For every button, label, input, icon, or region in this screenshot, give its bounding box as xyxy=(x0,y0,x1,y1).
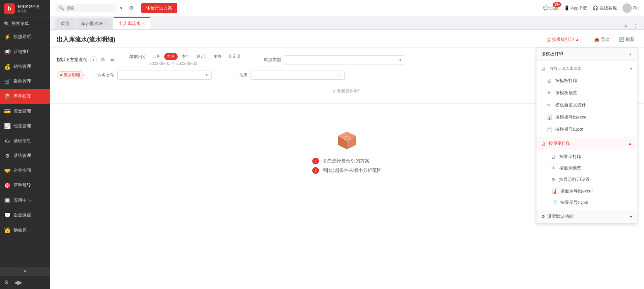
date-tab-this-year[interactable]: 本年 xyxy=(179,53,193,60)
export-button[interactable]: 📤 导出 xyxy=(591,35,612,44)
basic-icon: 🗂 xyxy=(4,137,11,144)
topbar-settings-icon[interactable]: ⚙ xyxy=(126,3,136,13)
filter-tag-flow[interactable]: 流水明细 xyxy=(57,71,84,79)
topbar-search-input[interactable] xyxy=(66,6,107,10)
sidebar-scroll-down[interactable]: ▼ xyxy=(0,267,50,275)
operations-icon: 📈 xyxy=(4,123,11,129)
footer-label: 设置默认功能 xyxy=(547,213,574,219)
topbar-search-box[interactable]: 🔍 xyxy=(55,4,116,12)
step-1-text: 请先选择要分析的方案 xyxy=(322,158,370,164)
sidebar-label: 快捷导航 xyxy=(13,34,31,40)
filter-expand-icon[interactable]: ≪ xyxy=(109,56,116,63)
display-print-settings-item[interactable]: ⚙ 按显示打印设置 xyxy=(536,174,637,185)
enterprise-icon: 🤝 xyxy=(4,167,11,174)
message-action[interactable]: 💬 消息 99+ xyxy=(543,5,559,11)
display-export-pdf-item[interactable]: 📄 按显示导出pdf xyxy=(536,197,637,208)
template-indicator-icon: 🖨 xyxy=(541,66,546,72)
display-section-label: 按显示打印 xyxy=(549,140,570,147)
tab-close-batch[interactable]: × xyxy=(105,21,107,26)
page-header: 出入库流水(流水明细) 🖨 按模板打印 ▲ | 📤 导出 xyxy=(50,30,644,48)
marketing-icon: 📢 xyxy=(4,48,11,55)
date-tab-custom[interactable]: 自定义 xyxy=(226,53,243,60)
template-export-excel-item[interactable]: 📊 按模板导出excel xyxy=(536,111,637,123)
date-filter-group: 单据日期 上月 本月 本年 近7天 更多 自定义 2023 xyxy=(129,53,243,67)
sidebar-item-system[interactable]: ⚙ 系统管理 xyxy=(0,148,50,163)
sidebar-item-inventory[interactable]: 📦 库存核算 xyxy=(0,89,50,104)
tab-inventory-flow[interactable]: 出入库流水 × xyxy=(113,17,150,29)
template-print-icon: 🖨 xyxy=(547,78,552,83)
filter-settings-icon[interactable]: ⚙ xyxy=(99,56,106,63)
template-excel-icon: 📊 xyxy=(547,114,552,120)
tab-home[interactable]: 首页 xyxy=(55,18,75,29)
template-export-pdf-item[interactable]: 📄 按模板导出pdf xyxy=(536,123,637,135)
print-template-button[interactable]: 🖨 按模板打印 ▲ xyxy=(544,35,582,44)
warehouse-input[interactable]: ··· xyxy=(250,71,345,80)
date-tab-7days[interactable]: 近7天 xyxy=(194,53,210,60)
user-avatar[interactable]: Rit xyxy=(622,3,639,13)
trial-industry-button[interactable]: 体验行业方案 xyxy=(141,3,177,13)
display-export-excel-item[interactable]: 📊 按显示导出excel xyxy=(536,185,637,197)
current-template-item[interactable]: 🖨 当前：出入库流水 ▾ xyxy=(536,63,637,75)
warehouse-label: 仓库 xyxy=(239,72,247,78)
tab-close-flow[interactable]: × xyxy=(143,21,145,26)
sidebar-item-purchase[interactable]: 🛒 采购管理 xyxy=(0,74,50,89)
template-design-item[interactable]: ✏ 模板自定义设计 xyxy=(536,99,637,111)
main-content: 🔍 ▾ ⚙ 体验行业方案 💬 消息 99+ 📱 App下载 🎧 在 xyxy=(50,0,644,289)
sidebar-item-finance[interactable]: 💳 资金管理 xyxy=(0,104,50,119)
sidebar-item-sales[interactable]: 💰 销售管理 xyxy=(0,59,50,74)
template-pdf-icon: 📄 xyxy=(547,127,552,132)
dropdown-footer[interactable]: ⚙ 设置默认功能 ▾ xyxy=(536,210,637,223)
sidebar-label: 系统管理 xyxy=(13,153,31,159)
display-print-section[interactable]: 🖨 按显示打印 ▲ xyxy=(536,137,637,150)
collapse-label: 收起更多条件 xyxy=(337,88,361,94)
current-template-label: 当前：出入库流水 xyxy=(549,66,582,72)
sidebar-nav: ⚡ 快捷导航 📢 营销推广 💰 销售管理 🛒 采购管理 📦 库存核算 xyxy=(0,29,50,267)
logo-icon: b xyxy=(4,3,15,14)
sidebar-logo: b 畅捷通好生意 标准版 xyxy=(0,0,50,18)
tab-batch-account[interactable]: 库存批次账 × xyxy=(76,18,113,29)
online-service-action[interactable]: 🎧 在线客服 xyxy=(593,5,617,11)
voucher-type-label: 单据类型 xyxy=(264,57,281,63)
voucher-type-chevron: ▾ xyxy=(399,57,402,62)
sidebar-item-wechat[interactable]: 💬 企业微信 xyxy=(0,208,50,222)
voucher-type-input[interactable]: ▾ xyxy=(284,55,405,64)
date-tab-more[interactable]: 更多 xyxy=(211,53,225,60)
date-tab-this-month[interactable]: 本月 xyxy=(164,53,178,60)
collapse-sidebar-icon[interactable]: ◀▶ xyxy=(14,279,22,286)
panel-expand-icon[interactable]: ⛶ xyxy=(631,23,636,29)
panel-close-icon[interactable]: ✕ xyxy=(623,23,628,29)
app-download-action[interactable]: 📱 App下载 xyxy=(564,5,587,11)
phone-icon: 📱 xyxy=(564,5,569,10)
sidebar-item-quick-nav[interactable]: ⚡ 快捷导航 xyxy=(0,29,50,44)
template-preview-label: 按模板预览 xyxy=(555,90,577,96)
template-preview-item[interactable]: 👁 按模板预览 xyxy=(536,87,637,99)
sidebar-item-member[interactable]: 👑 畅会员 xyxy=(0,222,50,237)
add-filter-button[interactable]: + xyxy=(90,56,97,63)
sidebar-item-apps[interactable]: 🔲 应用中心 xyxy=(0,193,50,208)
warehouse-more-icon[interactable]: ··· xyxy=(337,73,341,78)
sidebar-item-enterprise[interactable]: 🤝 企业协同 xyxy=(0,163,50,178)
sidebar-item-marketing[interactable]: 📢 营销推广 xyxy=(0,44,50,59)
refresh-button[interactable]: 🔄 刷新 xyxy=(616,35,637,44)
more-options-icon[interactable]: ··· xyxy=(623,52,626,56)
sidebar-search[interactable]: 🔍 搜索菜单 xyxy=(0,18,50,29)
topbar-search-dropdown[interactable]: ▾ xyxy=(120,5,122,11)
template-print-item[interactable]: 🖨 按模板打印 xyxy=(536,75,637,87)
sidebar-item-guide[interactable]: 🎯 新手引导 xyxy=(0,178,50,193)
collapse-button[interactable]: ∧ 收起更多条件 xyxy=(331,87,363,95)
topbar-actions: 💬 消息 99+ 📱 App下载 🎧 在线客服 Rit xyxy=(543,3,639,13)
sidebar-item-operations[interactable]: 📈 经营管理 xyxy=(0,119,50,133)
display-preview-item[interactable]: 👁 按显示预览 xyxy=(536,162,637,174)
business-type-input[interactable]: ▾ xyxy=(117,71,212,80)
date-tab-last-month[interactable]: 上月 xyxy=(149,53,163,60)
headset-icon: 🎧 xyxy=(593,5,598,10)
settings-bottom-icon[interactable]: ⚙ xyxy=(4,279,9,286)
display-print-label: 按显示打印 xyxy=(559,154,581,160)
display-print-icon: 🖨 xyxy=(551,154,556,159)
display-print-item[interactable]: 🖨 按显示打印 xyxy=(536,151,637,162)
filter-query-label: 按以下方案查询 + ⚙ ≪ xyxy=(57,56,116,63)
dropdown-expand-icon[interactable]: ▲ xyxy=(628,52,632,56)
dropdown-header: 按模板打印 ··· ▲ xyxy=(536,48,637,61)
sidebar-item-basic[interactable]: 🗂 基础信息 xyxy=(0,133,50,148)
sidebar: b 畅捷通好生意 标准版 🔍 搜索菜单 ⚡ 快捷导航 📢 营销推广 xyxy=(0,0,50,289)
